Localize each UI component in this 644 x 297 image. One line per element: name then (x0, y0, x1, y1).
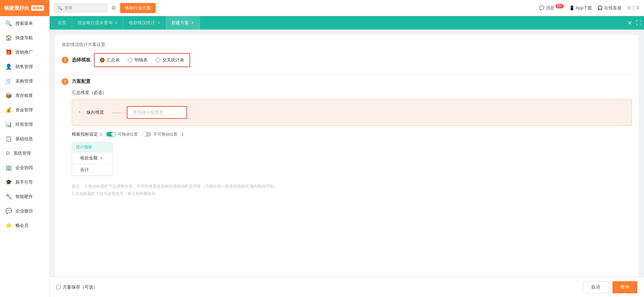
operations-icon: 📊 (5, 121, 12, 128)
step1-num: 1 (62, 57, 68, 63)
sidebar-item-quick-nav[interactable]: 🏠 快捷导航 (0, 31, 49, 45)
search-placeholder: 搜索 (64, 5, 72, 11)
sidebar-item-inventory[interactable]: 📦 库存核算 (0, 88, 49, 103)
save-checkbox-input[interactable] (56, 285, 61, 289)
hint-line1: 提示： 1.拖动标题栏可以调整布局，不可跨维度或指标区域拖动栏目字段（只能在同一… (72, 183, 632, 190)
indicator-title-end: ） (181, 131, 186, 137)
radio-summary-label: 汇总表 (107, 57, 120, 63)
tab-collect-stats-label: 收款情况统计 (129, 20, 155, 26)
sidebar-item-label: 企业微信 (15, 208, 33, 214)
bottom-actions: 取消 查询 (583, 281, 637, 293)
tab-expand-icon[interactable]: ⛶ (636, 20, 641, 26)
app-logo: 畅捷通好生 标准版 (0, 0, 49, 16)
tab-new-plan[interactable]: 新建方案 ✕ (166, 16, 200, 30)
sidebar-item-wecom[interactable]: 💬 企业微信 (0, 204, 49, 218)
radio-cross-input[interactable] (156, 58, 160, 62)
radio-summary[interactable]: 汇总表 (100, 57, 120, 63)
save-checkbox-label[interactable]: 方案保存（可选） (56, 284, 98, 290)
tab-home[interactable]: 首页 (52, 16, 72, 30)
dimension-select[interactable]: 请选择分组维度 (127, 106, 187, 119)
step1-header: 1 选择模板 汇总表 明细表 交叉统计表 (62, 53, 632, 67)
bottom-bar: 方案保存（可选） 取消 查询 (50, 277, 644, 297)
indicator-header: 模板指标设定（ 可拖动位置 不可拖动位置 (72, 131, 632, 137)
stats-table-header: 统计指标 (72, 142, 112, 152)
sidebar-item-label: 搜索菜单 (15, 20, 33, 27)
hint-area: 提示： 1.拖动标题栏可以调整布局，不可跨维度或指标区域拖动栏目字段（只能在同一… (72, 183, 632, 197)
message-area[interactable]: 💬 消息 99+ (539, 5, 564, 11)
tab-collect-stats-close[interactable]: ✕ (157, 20, 160, 25)
radio-detail[interactable]: 明细表 (128, 57, 148, 63)
breadcrumb: 收款情况统计方案设置 (62, 42, 632, 48)
tab-new-plan-label: 新建方案 (171, 20, 189, 26)
sidebar-item-operations[interactable]: 📊 经营管理 (0, 117, 49, 132)
tab-new-plan-close[interactable]: ✕ (191, 20, 194, 25)
marketing-icon: 🎁 (5, 49, 12, 55)
toggle-not-draggable: 不可拖动位置 (142, 132, 177, 137)
header-search-box[interactable]: 🔍 搜索 (54, 3, 107, 12)
tabs-right-actions: ✕ ⛶ (628, 20, 641, 26)
msg-badge: 99+ (555, 4, 564, 8)
toggle-not-draggable-switch[interactable] (142, 132, 151, 137)
sidebar-item-label: 基础信息 (15, 136, 33, 142)
sidebar-item-label: 智能硬件 (15, 194, 33, 200)
sidebar-item-basic-info[interactable]: 📋 基础信息 (0, 132, 49, 146)
sidebar-item-label: 新手引导 (15, 179, 33, 185)
guide-icon: 🎓 (5, 179, 12, 185)
sidebar-item-hardware[interactable]: 🔧 智能硬件 (0, 189, 49, 204)
sidebar-item-system[interactable]: ⚙ 系统管理 (0, 146, 49, 160)
stats-table: 统计指标 收款金额 ▼ 合计 (72, 142, 113, 176)
member-icon: ⭐ (5, 222, 12, 229)
sidebar-item-capital[interactable]: 💰 资金管理 (0, 103, 49, 117)
sidebar-item-member[interactable]: ⭐ 畅会员 (0, 218, 49, 233)
radio-detail-label: 明细表 (135, 57, 148, 63)
sidebar-item-search-menu[interactable]: 🔍 搜索菜单 (0, 16, 49, 31)
radio-summary-input[interactable] (100, 58, 105, 62)
main-content: 收款情况统计方案设置 1 选择模板 汇总表 明细表 交 (50, 30, 644, 297)
step2-num: 2 (62, 78, 68, 85)
sidebar-item-label: 资金管理 (15, 107, 33, 113)
divider1 (62, 74, 632, 74)
chevron-down-icon: ▼ (100, 156, 103, 160)
sidebar-item-enterprise[interactable]: 🏢 企业协同 (0, 160, 49, 175)
basic-info-icon: 📋 (5, 136, 12, 142)
app-download[interactable]: 📱 App下载 (569, 5, 592, 11)
trial-button[interactable]: 体验行业方案 (120, 3, 156, 13)
sidebar-item-marketing[interactable]: 🎁 营销推广 (0, 45, 49, 59)
settings-icon[interactable]: ⚙ (111, 5, 116, 11)
radio-detail-input[interactable] (128, 58, 132, 62)
radio-cross[interactable]: 交叉统计表 (156, 57, 184, 63)
stats-col-payment: 收款金额 ▼ 合计 (72, 152, 112, 176)
step2-section: 2 方案配置 汇总维度（必选） * 纵向维度 —— 请选择分组维度 (62, 78, 632, 197)
indicator-title-text: 模板指标设定（ (72, 131, 102, 137)
template-radio-group: 汇总表 明细表 交叉统计表 (94, 53, 190, 67)
header-right: 💬 消息 99+ 📱 App下载 🎧 在线客服 张三丰 (539, 5, 640, 11)
toggle-draggable-switch[interactable] (106, 132, 116, 137)
online-service[interactable]: 🎧 在线客服 (597, 5, 622, 11)
toggle-not-draggable-knob (142, 132, 146, 136)
page-panel: 收款情况统计方案设置 1 选择模板 汇总表 明细表 交 (55, 35, 639, 279)
sidebar-item-label: 企业协同 (15, 165, 33, 171)
tab-collect-stats[interactable]: 收款情况统计 ✕ (123, 16, 166, 30)
tab-home-label: 首页 (58, 20, 66, 26)
sidebar-item-label: 采购管理 (15, 78, 33, 84)
tab-cash-bank[interactable]: 现金银行流水查询 ✕ (72, 16, 123, 30)
search-icon: 🔍 (57, 6, 62, 10)
step1-title: 选择模板 (72, 57, 91, 63)
sidebar-item-guide[interactable]: 🎓 新手引导 (0, 175, 49, 189)
stats-cell-total: 合计 (72, 164, 112, 176)
sidebar-item-purchase[interactable]: 🛒 采购管理 (0, 74, 49, 88)
step1-section: 1 选择模板 汇总表 明细表 交叉统计表 (62, 53, 632, 67)
header: 🔍 搜索 ⚙ 体验行业方案 💬 消息 99+ 📱 App下载 🎧 在线客服 张三… (50, 0, 644, 16)
save-checkbox-text: 方案保存（可选） (63, 284, 98, 290)
sidebar-item-label: 库存核算 (15, 93, 33, 99)
sidebar-item-sales[interactable]: 👤 销售管理 (0, 59, 49, 74)
enterprise-icon: 🏢 (5, 164, 12, 171)
hardware-icon: 🔧 (5, 193, 12, 200)
query-button[interactable]: 查询 (612, 281, 637, 293)
cancel-button[interactable]: 取消 (583, 281, 608, 293)
sidebar-item-label: 畅会员 (15, 222, 29, 229)
tab-close-all-icon[interactable]: ✕ (628, 20, 632, 26)
tab-cash-bank-close[interactable]: ✕ (114, 20, 118, 25)
username: 张三丰 (627, 5, 640, 11)
stats-cell-payment-header[interactable]: 收款金额 ▼ (72, 152, 112, 164)
